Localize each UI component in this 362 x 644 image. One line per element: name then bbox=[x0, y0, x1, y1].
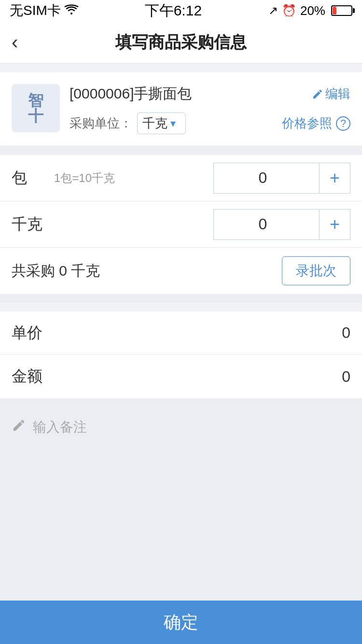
kg-quantity-input[interactable] bbox=[213, 209, 320, 240]
unit-label: 采购单位： 千克 ▾ bbox=[70, 112, 186, 134]
status-bar: 无SIM卡 下午6:12 ↗ ⏰ 20% bbox=[0, 0, 362, 21]
price-section: 单价 0 金额 0 bbox=[0, 311, 362, 398]
kg-quantity-control: + bbox=[213, 209, 350, 240]
bag-quantity-input[interactable] bbox=[213, 163, 320, 194]
unit-select[interactable]: 千克 ▾ bbox=[137, 112, 186, 134]
unit-price-value: 0 bbox=[342, 324, 350, 342]
kg-label: 千克 bbox=[12, 214, 50, 235]
bag-quantity-control: + bbox=[213, 163, 350, 194]
notes-section[interactable]: 输入备注 bbox=[0, 398, 362, 456]
section-divider-1 bbox=[0, 146, 362, 155]
location-icon: ↗ bbox=[268, 4, 278, 17]
dropdown-arrow: ▾ bbox=[170, 117, 176, 130]
edit-button[interactable]: 编辑 bbox=[312, 85, 350, 102]
status-bar-right: ↗ ⏰ 20% bbox=[268, 3, 352, 18]
bag-label: 包 bbox=[12, 168, 50, 189]
back-button[interactable]: ‹ bbox=[12, 31, 18, 53]
status-bar-time: 下午6:12 bbox=[145, 1, 202, 21]
product-image: 智 十 bbox=[12, 84, 60, 132]
product-info-bottom: 采购单位： 千克 ▾ 价格参照 ? bbox=[70, 112, 350, 134]
price-ref-question-icon: ? bbox=[336, 116, 350, 131]
product-info: [0000006]手撕面包 编辑 采购单位： 千克 ▾ 价格参照 ? bbox=[70, 84, 350, 134]
confirm-button-label: 确定 bbox=[164, 611, 198, 634]
status-bar-left: 无SIM卡 bbox=[10, 1, 78, 20]
kg-row: 千克 + bbox=[0, 201, 362, 248]
page-title: 填写商品采购信息 bbox=[115, 31, 247, 54]
product-name: [0000006]手撕面包 bbox=[70, 84, 192, 104]
notes-placeholder: 输入备注 bbox=[33, 418, 87, 436]
alarm-icon: ⏰ bbox=[282, 4, 296, 17]
nav-bar: ‹ 填写商品采购信息 bbox=[0, 21, 362, 64]
product-logo: 智 十 bbox=[28, 93, 43, 124]
content-background bbox=[0, 456, 362, 601]
amount-row: 金额 0 bbox=[0, 355, 362, 398]
amount-value: 0 bbox=[342, 368, 350, 386]
price-ref-button[interactable]: 价格参照 ? bbox=[282, 115, 350, 132]
section-divider-2 bbox=[0, 294, 362, 303]
unit-price-row: 单价 0 bbox=[0, 311, 362, 355]
amount-label: 金额 bbox=[12, 366, 42, 387]
carrier-label: 无SIM卡 bbox=[10, 1, 61, 20]
record-batch-button[interactable]: 录批次 bbox=[282, 256, 350, 285]
quantity-section: 包 1包=10千克 + 千克 + bbox=[0, 155, 362, 248]
kg-plus-button[interactable]: + bbox=[320, 209, 350, 240]
summary-text: 共采购 0 千克 bbox=[12, 261, 100, 281]
battery-percent: 20% bbox=[300, 3, 325, 18]
bag-plus-button[interactable]: + bbox=[320, 163, 350, 194]
wifi-icon bbox=[65, 3, 78, 18]
pencil-icon bbox=[12, 418, 26, 436]
bag-row: 包 1包=10千克 + bbox=[0, 155, 362, 201]
product-info-top: [0000006]手撕面包 编辑 bbox=[70, 84, 350, 104]
bag-sub-label: 1包=10千克 bbox=[54, 170, 115, 186]
summary-row: 共采购 0 千克 录批次 bbox=[0, 248, 362, 294]
unit-price-label: 单价 bbox=[12, 322, 42, 344]
battery-icon bbox=[331, 5, 352, 16]
confirm-button-bar[interactable]: 确定 bbox=[0, 601, 362, 644]
product-card: 智 十 [0000006]手撕面包 编辑 采购单位： 千克 ▾ 价格参照 bbox=[0, 72, 362, 146]
